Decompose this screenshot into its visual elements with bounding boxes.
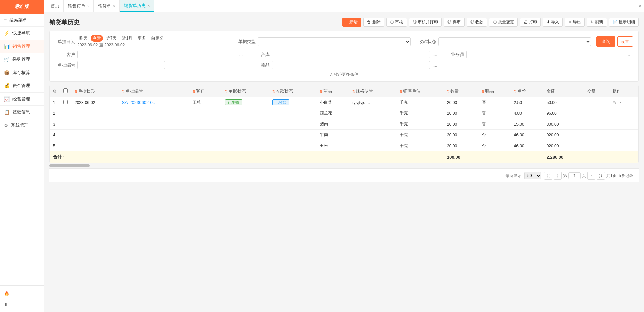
next-page-btn[interactable]: ⟩ <box>587 172 595 180</box>
th-doc-status[interactable]: ⇅单据状态 <box>222 85 269 97</box>
purchase-icon: 🛒 <box>4 57 10 62</box>
tab-sales-order[interactable]: 销售订单 × <box>64 0 94 12</box>
tab-sales-history[interactable]: 销货单历史 × <box>120 0 154 12</box>
select-all-checkbox[interactable] <box>63 88 68 93</box>
date-more[interactable]: 更多 <box>136 35 148 42</box>
warehouse-input[interactable] <box>272 51 430 58</box>
sidebar-item-sales[interactable]: 📊 销售管理 <box>0 40 44 53</box>
receive-button[interactable]: ◎ 收款 <box>467 18 487 27</box>
tab-home[interactable]: 首页 <box>47 0 64 12</box>
add-button[interactable]: + 新增 <box>342 18 361 27</box>
th-date[interactable]: ⇅单据日期 <box>71 85 119 97</box>
review-print-button[interactable]: ◎ 审核并打印 <box>409 18 442 27</box>
goods-input[interactable] <box>272 61 430 69</box>
row-date <box>71 119 119 130</box>
doc-no-link[interactable]: SA-20230602-0... <box>122 100 157 105</box>
docno-input[interactable] <box>77 61 165 69</box>
tab-sales-order-close[interactable]: × <box>87 4 89 8</box>
row-gift: 否 <box>478 97 511 108</box>
date-7days[interactable]: 近7天 <box>104 35 119 42</box>
sidebar-bottom-fire[interactable]: 🔥 <box>0 288 44 299</box>
system-icon: ⚙ <box>4 123 8 128</box>
batch-button[interactable]: ◎ 批量变更 <box>489 18 518 27</box>
tab-close-all[interactable]: × <box>639 3 641 8</box>
row-delivery <box>584 97 609 108</box>
receive-status-select[interactable] <box>438 37 591 46</box>
salesperson-input[interactable] <box>466 51 624 58</box>
sidebar-item-operations[interactable]: 📈 经营管理 <box>0 93 44 106</box>
row-select-checkbox[interactable] <box>63 100 68 104</box>
row-docno: SA-20230602-0... <box>119 97 189 108</box>
th-unit[interactable]: ⇅销售单位 <box>396 85 444 97</box>
th-docno[interactable]: ⇅单据编号 <box>119 85 189 97</box>
th-goods[interactable]: ⇅商品 <box>316 85 349 97</box>
status-badge: 已生效 <box>225 99 242 105</box>
th-customer[interactable]: ⇅客户 <box>189 85 222 97</box>
sidebar-item-system[interactable]: ⚙ 系统管理 <box>0 119 44 132</box>
doc-type-select[interactable] <box>258 37 411 46</box>
page-input[interactable] <box>568 172 581 179</box>
th-spec[interactable]: ⇅规格型号 <box>349 85 396 97</box>
abandon-button[interactable]: ◎ 弃审 <box>444 18 464 27</box>
th-receive-status[interactable]: ⇅收款状态 <box>269 85 316 97</box>
query-button[interactable]: 查询 <box>596 36 615 47</box>
horizontal-scrollbar[interactable] <box>49 163 639 168</box>
row-goods: 玉米 <box>316 140 349 151</box>
set-button[interactable]: 设置 <box>617 36 633 47</box>
tab-sales-history-close[interactable]: × <box>148 4 150 8</box>
finance-icon: 💰 <box>4 83 10 88</box>
goods-ellipsis[interactable]: ... <box>432 62 439 68</box>
tab-sales-goods[interactable]: 销货单 × <box>94 0 119 12</box>
sidebar-item-inventory[interactable]: 📦 库存核算 <box>0 66 44 79</box>
th-delivery[interactable]: 交货 <box>584 85 609 97</box>
last-page-btn[interactable]: ⟩⟩ <box>597 172 605 180</box>
page-label2: 页 <box>582 173 586 179</box>
sidebar-item-search[interactable]: ≡ 搜索菜单 <box>0 14 44 27</box>
th-checkbox[interactable] <box>60 85 71 97</box>
th-settings[interactable]: ⚙ <box>50 85 60 97</box>
row-checkbox[interactable] <box>60 140 71 151</box>
th-gift[interactable]: ⇅赠品 <box>478 85 511 97</box>
row-checkbox[interactable] <box>60 130 71 140</box>
th-price[interactable]: ⇅单价 <box>511 85 543 97</box>
warehouse-ellipsis[interactable]: ... <box>432 52 439 57</box>
th-amount[interactable]: 金额 <box>543 85 584 97</box>
sidebar-item-purchase[interactable]: 🛒 采购管理 <box>0 53 44 66</box>
sidebar-bottom-pause[interactable]: ⏸ <box>0 299 44 309</box>
sidebar-item-basic-info[interactable]: 📋 基础信息 <box>0 106 44 119</box>
date-today[interactable]: 今天 <box>91 35 103 42</box>
sidebar-item-finance[interactable]: 💰 资金管理 <box>0 79 44 93</box>
show-detail-button[interactable]: 📄 显示明细 <box>609 18 639 27</box>
prev-page-btn[interactable]: ⟨ <box>554 172 562 180</box>
tab-sales-goods-close[interactable]: × <box>113 4 115 8</box>
edit-icon[interactable]: ✎ <box>613 100 616 105</box>
summary-empty <box>71 151 444 163</box>
row-checkbox[interactable] <box>60 108 71 119</box>
customer-ellipsis[interactable]: ... <box>237 52 244 57</box>
scroll-thumb[interactable] <box>49 164 90 167</box>
export-button[interactable]: ⬆ 导出 <box>565 18 585 27</box>
more-icon[interactable]: ⋯ <box>618 100 623 105</box>
date-1month[interactable]: 近1月 <box>120 35 135 42</box>
row-actions: ✎⋯ <box>609 97 638 108</box>
delete-button[interactable]: 🗑 删除 <box>363 18 384 27</box>
first-page-btn[interactable]: ⟨⟨ <box>544 172 552 180</box>
salesperson-ellipsis[interactable]: ... <box>626 52 633 57</box>
row-checkbox[interactable] <box>60 97 71 108</box>
refresh-button[interactable]: ↻ 刷新 <box>587 18 607 27</box>
row-actions <box>609 130 638 140</box>
row-customer <box>189 140 222 151</box>
row-seq: 2 <box>50 108 60 119</box>
row-checkbox[interactable] <box>60 119 71 130</box>
date-yesterday[interactable]: 昨天 <box>77 35 89 42</box>
import-button[interactable]: ⬇ 导入 <box>543 18 563 27</box>
date-custom[interactable]: 自定义 <box>149 35 165 42</box>
page-size-select[interactable]: 10 20 50 100 <box>524 172 541 179</box>
th-qty[interactable]: ⇅数量 <box>444 85 478 97</box>
collapse-button[interactable]: ∧ 收起更多条件 <box>55 72 633 77</box>
print-button[interactable]: 🖨 打印 <box>520 18 540 27</box>
row-customer <box>189 119 222 130</box>
sidebar-item-quicknav[interactable]: ⚡ 快捷导航 <box>0 27 44 40</box>
customer-input[interactable] <box>77 51 235 58</box>
review-button[interactable]: ◎ 审核 <box>386 18 407 27</box>
